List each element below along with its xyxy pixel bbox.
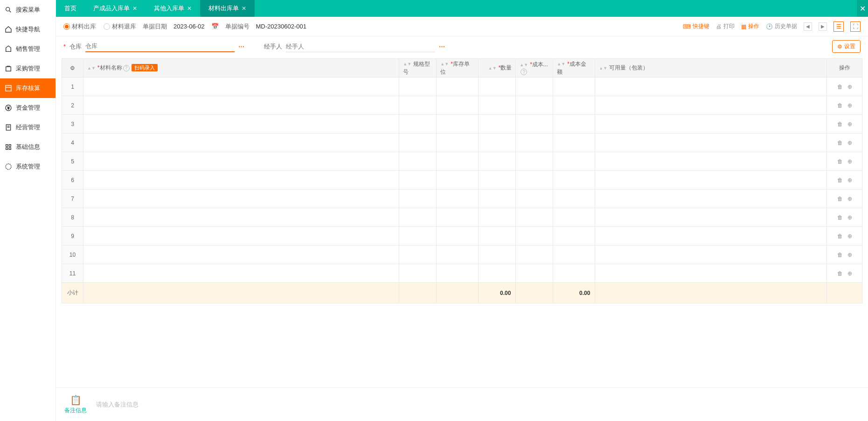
close-icon[interactable]: ✕	[132, 5, 137, 12]
help-icon[interactable]: ?	[521, 69, 527, 75]
delete-row-icon[interactable]: 🗑	[837, 214, 843, 221]
cell-unit[interactable]	[437, 227, 479, 246]
cell-qty[interactable]	[479, 227, 516, 246]
cell-spec[interactable]	[399, 115, 437, 133]
help-icon[interactable]: ?	[123, 65, 130, 71]
sidebar-item-business[interactable]: 经营管理	[0, 118, 56, 137]
sidebar-item-search[interactable]: 搜索菜单	[0, 0, 56, 20]
add-row-icon[interactable]: ⊕	[847, 270, 852, 277]
cell-amount[interactable]	[553, 77, 595, 96]
tab-material-out[interactable]: 材料出库单 ✕	[200, 0, 255, 17]
radio-material-out[interactable]: 材料出库	[63, 22, 96, 31]
cell-amount[interactable]	[553, 246, 595, 264]
close-icon[interactable]: ✕	[242, 5, 246, 12]
delete-row-icon[interactable]: 🗑	[837, 233, 843, 239]
add-row-icon[interactable]: ⊕	[847, 196, 852, 202]
cell-qty[interactable]	[479, 246, 516, 264]
cell-qty[interactable]	[479, 208, 516, 227]
header-spec[interactable]: ▲▼规格型号	[399, 59, 437, 77]
cell-unit[interactable]	[437, 264, 479, 283]
header-qty[interactable]: ▲▼*数量	[479, 59, 516, 77]
table-row[interactable]: 8🗑⊕	[62, 208, 862, 227]
sort-icon[interactable]: ▲▼	[557, 63, 565, 65]
header-unit[interactable]: ▲▼*库存单位	[437, 59, 479, 77]
delete-row-icon[interactable]: 🗑	[837, 158, 843, 165]
cell-available[interactable]	[595, 115, 827, 133]
cell-material[interactable]	[83, 227, 399, 246]
prev-doc-button[interactable]: ◀	[804, 22, 812, 31]
cell-available[interactable]	[595, 96, 827, 115]
cell-unit[interactable]	[437, 115, 479, 133]
cell-available[interactable]	[595, 264, 827, 283]
cell-unit[interactable]	[437, 77, 479, 96]
delete-row-icon[interactable]: 🗑	[837, 177, 843, 183]
close-icon[interactable]: ✕	[187, 5, 192, 12]
table-row[interactable]: 4🗑⊕	[62, 133, 862, 152]
table-row[interactable]: 6🗑⊕	[62, 171, 862, 189]
operate-link[interactable]: ▦操作	[741, 22, 759, 30]
sidebar-item-system[interactable]: 系统管理	[0, 157, 56, 176]
tab-home[interactable]: 首页	[56, 0, 85, 17]
tab-other-in[interactable]: 其他入库单 ✕	[146, 0, 200, 17]
cell-cost[interactable]	[516, 152, 553, 171]
header-material[interactable]: ▲▼*材料名称?扫码录入	[83, 59, 399, 77]
cell-qty[interactable]	[479, 115, 516, 133]
sidebar-item-quicknav[interactable]: 快捷导航	[0, 20, 56, 39]
cell-qty[interactable]	[479, 152, 516, 171]
table-row[interactable]: 5🗑⊕	[62, 152, 862, 171]
next-doc-button[interactable]: ▶	[819, 22, 827, 31]
cell-unit[interactable]	[437, 189, 479, 208]
sidebar-item-fund[interactable]: ¥ 资金管理	[0, 98, 56, 118]
delete-row-icon[interactable]: 🗑	[837, 140, 843, 146]
delete-row-icon[interactable]: 🗑	[837, 196, 843, 202]
table-row[interactable]: 10🗑⊕	[62, 246, 862, 264]
remarks-input[interactable]	[96, 401, 860, 408]
cell-spec[interactable]	[399, 264, 437, 283]
cell-spec[interactable]	[399, 189, 437, 208]
cell-qty[interactable]	[479, 133, 516, 152]
cell-cost[interactable]	[516, 96, 553, 115]
cell-available[interactable]	[595, 189, 827, 208]
delete-row-icon[interactable]: 🗑	[837, 252, 843, 258]
calendar-icon[interactable]: 📅	[211, 23, 219, 30]
cell-qty[interactable]	[479, 96, 516, 115]
cell-spec[interactable]	[399, 77, 437, 96]
handler-input[interactable]	[286, 41, 435, 52]
add-row-icon[interactable]: ⊕	[847, 121, 852, 127]
sidebar-item-inventory[interactable]: 库存核算	[0, 78, 56, 98]
cell-material[interactable]	[83, 208, 399, 227]
add-row-icon[interactable]: ⊕	[847, 102, 852, 109]
add-row-icon[interactable]: ⊕	[847, 158, 852, 165]
cell-spec[interactable]	[399, 152, 437, 171]
table-wrap[interactable]: ⚙ ▲▼*材料名称?扫码录入 ▲▼规格型号 ▲▼*库存单位 ▲▼*数量 ▲▼*成…	[56, 58, 868, 385]
sidebar-item-purchase[interactable]: 采购管理	[0, 59, 56, 78]
table-row[interactable]: 1🗑⊕	[62, 77, 862, 96]
cell-spec[interactable]	[399, 171, 437, 189]
cell-available[interactable]	[595, 77, 827, 96]
cell-unit[interactable]	[437, 171, 479, 189]
warehouse-input[interactable]	[85, 41, 235, 52]
cell-cost[interactable]	[516, 264, 553, 283]
table-row[interactable]: 2🗑⊕	[62, 96, 862, 115]
cell-cost[interactable]	[516, 171, 553, 189]
cell-cost[interactable]	[516, 246, 553, 264]
cell-amount[interactable]	[553, 133, 595, 152]
radio-material-return[interactable]: 材料退库	[104, 22, 136, 31]
hotkey-link[interactable]: ⌨快捷键	[683, 22, 709, 30]
cell-amount[interactable]	[553, 115, 595, 133]
header-cost[interactable]: ▲▼*成本...?	[516, 59, 553, 77]
header-available[interactable]: ▲▼可用量（包装）	[595, 59, 827, 77]
cell-available[interactable]	[595, 246, 827, 264]
cell-material[interactable]	[83, 246, 399, 264]
cell-available[interactable]	[595, 227, 827, 246]
add-row-icon[interactable]: ⊕	[847, 214, 852, 221]
add-row-icon[interactable]: ⊕	[847, 252, 852, 258]
scan-tag[interactable]: 扫码录入	[132, 64, 158, 71]
expand-button[interactable]: ⛶	[850, 21, 861, 32]
add-row-icon[interactable]: ⊕	[847, 84, 852, 90]
cell-spec[interactable]	[399, 227, 437, 246]
column-settings-button[interactable]: ☰	[833, 21, 844, 32]
cell-material[interactable]	[83, 152, 399, 171]
add-row-icon[interactable]: ⊕	[847, 233, 852, 239]
cell-cost[interactable]	[516, 227, 553, 246]
